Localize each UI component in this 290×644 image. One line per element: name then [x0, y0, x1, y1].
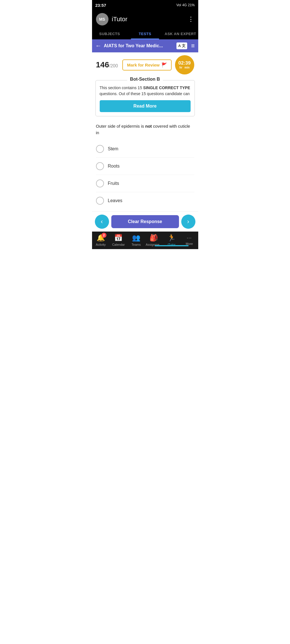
- option-leaves[interactable]: Leaves: [96, 192, 194, 209]
- nav-more-label: More: [186, 242, 193, 245]
- mark-review-label: Mark for Review: [127, 63, 159, 67]
- more-icon: ···: [187, 235, 192, 241]
- section-desc-after: questions. Out of these 15 questions can…: [100, 91, 190, 96]
- option-roots-text: Roots: [108, 164, 120, 169]
- nav-activity[interactable]: 🔔 2 Activity: [92, 234, 110, 246]
- option-fruits[interactable]: Fruits: [96, 175, 194, 192]
- nav-more[interactable]: ··· More: [180, 235, 198, 245]
- nav-teams-label: Teams: [132, 243, 141, 246]
- radio-fruits[interactable]: [96, 179, 104, 187]
- option-leaves-text: Leaves: [108, 198, 123, 203]
- nav-activity-label: Activity: [96, 243, 106, 246]
- options-list: Stem Roots Fruits Leaves: [92, 138, 198, 211]
- nav-calendar[interactable]: 📅 Calendar: [110, 234, 127, 246]
- timer: 02:39 hr min: [175, 55, 194, 74]
- flag-icon: 🚩: [161, 62, 167, 68]
- nav-teams[interactable]: 👥 Teams: [127, 234, 145, 246]
- prev-question-button[interactable]: ‹: [95, 215, 109, 229]
- more-options-button[interactable]: ⋮: [188, 16, 194, 23]
- section-desc-before: This section contains 15: [100, 85, 143, 90]
- bottom-action-bar: ‹ Clear Response ›: [92, 211, 198, 232]
- next-arrow-icon: ›: [187, 218, 189, 225]
- section-description: This section contains 15 SINGLE CORRECT …: [100, 85, 191, 97]
- section-box: Bot-Section B This section contains 15 S…: [95, 80, 195, 116]
- assignments-icon: 🎒: [150, 234, 158, 242]
- nav-calendar-label: Calendar: [112, 243, 125, 246]
- back-button[interactable]: ←: [95, 42, 102, 50]
- timer-labels: hr min: [180, 66, 190, 69]
- question-row: 146/200 Mark for Review 🚩 02:39 hr min: [92, 52, 198, 77]
- question-text: Outer side of epidermis is not covered w…: [92, 119, 198, 138]
- app-title: iTutor: [112, 16, 184, 23]
- option-roots[interactable]: Roots: [96, 158, 194, 175]
- nav-itutor[interactable]: 🏃 iTutor: [163, 234, 181, 246]
- translate-button[interactable]: A 文: [176, 42, 187, 49]
- question-bold: not: [145, 124, 152, 129]
- translate-label: A 文: [178, 43, 185, 48]
- bottom-nav: 🔔 2 Activity 📅 Calendar 👥 Teams 🎒 Assign…: [92, 232, 198, 249]
- itutor-icon: 🏃: [167, 234, 176, 242]
- question-total: /200: [109, 63, 118, 68]
- timer-hr-label: hr: [180, 66, 182, 69]
- option-stem-text: Stem: [108, 146, 118, 151]
- activity-badge: 2: [101, 233, 106, 238]
- section-title: Bot-Section B: [127, 77, 163, 82]
- tab-tests[interactable]: TESTS: [127, 28, 163, 39]
- clear-response-button[interactable]: Clear Response: [111, 215, 179, 228]
- teams-icon: 👥: [132, 234, 140, 242]
- tab-subjects[interactable]: SUBJECTS: [92, 28, 127, 39]
- mark-for-review-button[interactable]: Mark for Review 🚩: [122, 59, 171, 70]
- avatar: MS: [96, 13, 108, 25]
- status-bar: 23:57 Vol 4G 21%: [92, 0, 198, 10]
- radio-stem[interactable]: [96, 145, 104, 153]
- option-stem[interactable]: Stem: [96, 140, 194, 158]
- vol-icon: Vol: [176, 3, 181, 7]
- app-header: MS iTutor ⋮: [92, 10, 198, 28]
- active-nav-indicator: [155, 245, 189, 246]
- radio-roots[interactable]: [96, 162, 104, 170]
- question-before: Outer side of epidermis is: [96, 124, 145, 129]
- calendar-icon: 📅: [114, 234, 123, 242]
- question-number: 146: [96, 60, 109, 69]
- radio-leaves[interactable]: [96, 197, 104, 205]
- timer-time: 02:39: [178, 61, 191, 66]
- status-time: 23:57: [95, 3, 106, 8]
- section-desc-bold: SINGLE CORRECT TYPE: [143, 85, 190, 90]
- nav-tabs: SUBJECTS TESTS ASK AN EXPERT: [92, 28, 198, 39]
- network-icon: 4G: [182, 3, 187, 7]
- battery-icon: 21%: [188, 3, 195, 7]
- status-icons: Vol 4G 21%: [176, 3, 195, 7]
- hamburger-menu-button[interactable]: ≡: [191, 42, 195, 50]
- prev-arrow-icon: ‹: [101, 218, 103, 225]
- tab-ask-expert[interactable]: ASK AN EXPERT: [163, 28, 198, 39]
- question-counter: 146/200: [96, 60, 118, 69]
- test-title: AIATS for Two Year Medic...: [104, 43, 174, 48]
- timer-min-label: min: [185, 66, 190, 69]
- next-question-button[interactable]: ›: [181, 215, 195, 229]
- read-more-button[interactable]: Read More: [100, 100, 191, 112]
- nav-assignments[interactable]: 🎒 Assignme...: [145, 234, 163, 246]
- option-fruits-text: Fruits: [108, 181, 119, 186]
- test-header: ← AIATS for Two Year Medic... A 文 ≡: [92, 39, 198, 52]
